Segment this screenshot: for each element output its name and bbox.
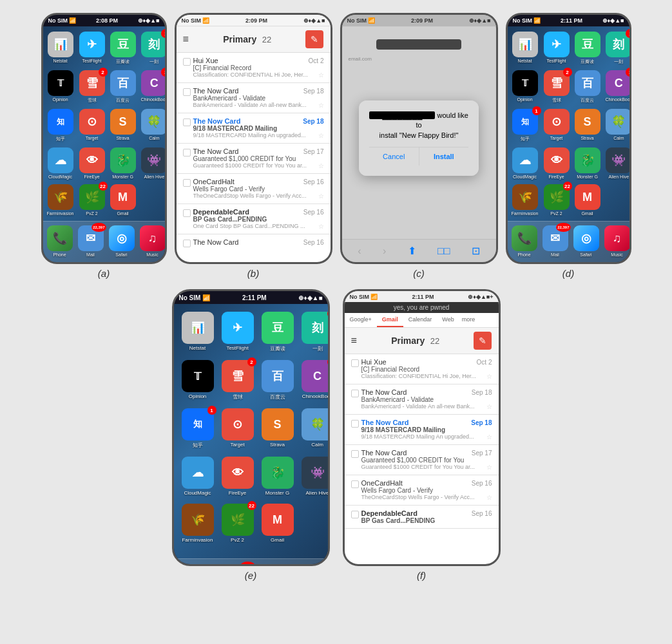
app-alienhive-d[interactable]: 👾 Alien Hive: [606, 147, 631, 179]
app-opinion-e[interactable]: 𝕋 Opinion: [182, 360, 214, 401]
app-cloudmagic-d[interactable]: ☁ CloudMagic: [512, 147, 539, 179]
app-gmail-e[interactable]: M Gmail: [262, 504, 294, 543]
app-farming-e[interactable]: 🌾 Farminvasion: [182, 504, 214, 543]
bookmark-button-c[interactable]: □□: [437, 245, 450, 257]
app-opinion-d[interactable]: 𝕋 Opinion: [512, 70, 539, 104]
app-cloudmagic-a[interactable]: ☁ CloudMagic: [47, 147, 74, 179]
app-gmail-a[interactable]: M Gmail: [110, 184, 136, 216]
app-zhihu-e[interactable]: 知 1 知乎: [182, 408, 214, 449]
mail-item-huixue-f[interactable]: Hui Xue Oct 2 [C] Financial Record Class…: [345, 354, 499, 384]
compose-button-b[interactable]: ✎: [305, 30, 323, 48]
mail-checkbox-b3[interactable]: [183, 118, 191, 126]
mail-star-nowcard1-f[interactable]: ☆: [486, 403, 492, 410]
app-netstat-d[interactable]: 📊 Netstat: [512, 32, 539, 65]
mail-item-nowcard3-f[interactable]: The Now Card Sep 17 Guaranteed $1,000 CR…: [345, 445, 499, 475]
app-target-e[interactable]: ⊙ Target: [222, 408, 254, 449]
app-fireeye-e[interactable]: 👁 FireEye: [222, 457, 254, 496]
tabs-button-c[interactable]: ⊡: [472, 245, 480, 257]
app-netstat-a[interactable]: 📊 Netstat: [47, 32, 74, 65]
mail-star-onecard-f[interactable]: ☆: [486, 494, 492, 501]
app-farming-d[interactable]: 🌾 Farminvasion: [512, 184, 539, 216]
app-pvz-a[interactable]: 🌿 22 PvZ 2: [79, 184, 105, 216]
tab-calendar-f[interactable]: Calendar: [403, 313, 437, 327]
app-yike-e[interactable]: 刻 1 一刻: [302, 312, 330, 352]
dock-safari-e[interactable]: ◎ Safari: [259, 564, 291, 566]
app-gmail-d[interactable]: M Gmail: [575, 184, 600, 216]
app-testflight-d[interactable]: ✈ TestFlight: [544, 32, 570, 65]
mail-item-nowcard3-b[interactable]: The Now Card Sep 17 Guaranteed $1,000 CR…: [177, 144, 331, 174]
dock-mail-e[interactable]: ✉ 22,397 Mail: [220, 564, 253, 566]
dock-phone-e[interactable]: 📞 Phone: [182, 564, 214, 566]
dock-safari-d[interactable]: ◎ Safari: [573, 225, 599, 257]
hamburger-icon-f[interactable]: ≡: [351, 335, 357, 346]
app-calm-d[interactable]: 🍀 Calm: [606, 109, 631, 142]
mail-item-nowcard2-f[interactable]: The Now Card Sep 18 9/18 MASTERCARD Mail…: [345, 415, 499, 445]
app-pvz-e[interactable]: 🌿 22 PvZ 2: [222, 504, 254, 543]
app-testflight-e[interactable]: ✈ TestFlight: [222, 312, 254, 352]
tab-more-f[interactable]: more: [459, 313, 478, 327]
dock-phone-d[interactable]: 📞 Phone: [512, 225, 537, 257]
app-baidu-d[interactable]: 百 百度云: [575, 70, 600, 104]
mail-item-nowcard1-f[interactable]: The Now Card Sep 18 BankAmericard - Vali…: [345, 384, 499, 415]
compose-button-f[interactable]: ✎: [474, 332, 492, 350]
app-fireeye-d[interactable]: 👁 FireEye: [544, 147, 570, 179]
app-strava-d[interactable]: S Strava: [575, 109, 600, 142]
mail-checkbox-f2[interactable]: [351, 390, 359, 397]
dock-phone-a[interactable]: 📞 Phone: [47, 225, 73, 257]
app-testflight-a[interactable]: ✈ TestFlight: [79, 32, 105, 65]
dock-music-a[interactable]: ♫ Music: [140, 225, 166, 257]
mail-item-dependable-b[interactable]: DependableCard Sep 16 BP Gas Card...PEND…: [177, 204, 331, 234]
mail-checkbox-b7[interactable]: [183, 240, 191, 247]
mail-checkbox-f4[interactable]: [351, 450, 359, 458]
tab-googleplus-f[interactable]: Google+: [345, 313, 377, 327]
app-netstat-e[interactable]: 📊 Netstat: [182, 312, 214, 352]
mail-star-nowcard2-b[interactable]: ☆: [318, 132, 324, 139]
mail-checkbox-f5[interactable]: [351, 480, 359, 488]
mail-checkbox-b5[interactable]: [183, 179, 191, 187]
app-calm-a[interactable]: 🍀 Calm: [141, 109, 167, 142]
app-calm-e[interactable]: 🍀 Calm: [302, 408, 330, 449]
mail-item-onecard-f[interactable]: OneCardHalt Sep 16 Wells Fargo Card - Ve…: [345, 475, 499, 506]
app-xueqiu-e[interactable]: 雪 2 雪球: [222, 360, 254, 401]
app-alienhive-a[interactable]: 👾 Alien Hive: [141, 147, 167, 179]
cancel-button-c[interactable]: Cancel: [369, 147, 419, 166]
mail-checkbox-f3[interactable]: [351, 420, 359, 428]
app-alienhive-e[interactable]: 👾 Alien Hive: [302, 457, 330, 496]
mail-star-nowcard3-b[interactable]: ☆: [318, 162, 324, 169]
app-cloudmagic-e[interactable]: ☁ CloudMagic: [182, 457, 214, 496]
dock-mail-a[interactable]: ✉ 22,397 Mail: [78, 225, 104, 257]
install-button-c[interactable]: Install: [419, 147, 469, 166]
dock-safari-a[interactable]: ◎ Safari: [109, 225, 135, 257]
app-strava-e[interactable]: S Strava: [262, 408, 294, 449]
mail-item-nowcard4-b[interactable]: The Now Card Sep 16: [177, 234, 331, 249]
app-chinook-a[interactable]: C 3 ChinookBook: [141, 70, 167, 104]
app-target-a[interactable]: ⊙ Target: [79, 109, 105, 142]
mail-checkbox-f6[interactable]: [351, 511, 359, 518]
app-yike-a[interactable]: 刻 1 一刻: [141, 32, 167, 65]
mail-star-huixue-f[interactable]: ☆: [486, 373, 492, 380]
app-nyt-a[interactable]: 𝕋 Opinion: [47, 70, 74, 104]
dock-mail-d[interactable]: ✉ 22,397 Mail: [542, 225, 568, 257]
mail-checkbox-b2[interactable]: [183, 88, 191, 96]
app-target-d[interactable]: ⊙ Target: [544, 109, 570, 142]
app-zhihu-d[interactable]: 知 1 知乎: [512, 109, 539, 142]
dock-music-d[interactable]: ♫ Music: [604, 225, 630, 257]
app-monster-d[interactable]: 🐉 Monster G: [575, 147, 600, 179]
tab-web-f[interactable]: Web: [437, 313, 459, 327]
mail-star-dependable-b[interactable]: ☆: [318, 223, 324, 230]
app-douban-e[interactable]: 豆 豆瓣读: [262, 312, 294, 352]
app-monster-a[interactable]: 🐉 Monster G: [110, 147, 136, 179]
back-button-c[interactable]: ‹: [358, 245, 361, 257]
mail-checkbox-b1[interactable]: [183, 58, 191, 66]
tab-gmail-f[interactable]: Gmail: [377, 313, 403, 327]
mail-star-nowcard3-f[interactable]: ☆: [486, 464, 492, 471]
forward-button-c[interactable]: ›: [383, 245, 386, 257]
app-chinook-e[interactable]: C 3 ChinookBook: [302, 360, 330, 401]
app-baidu-e[interactable]: 百 百度云: [262, 360, 294, 401]
app-strava-a[interactable]: S Strava: [110, 109, 136, 142]
mail-checkbox-b6[interactable]: [183, 209, 191, 217]
app-baidu-a[interactable]: 百 百度云: [110, 70, 136, 104]
app-douban-d[interactable]: 豆 豆瓣读: [575, 32, 600, 65]
mail-star-huixue-b[interactable]: ☆: [318, 71, 324, 79]
mail-star-nowcard2-f[interactable]: ☆: [486, 433, 492, 440]
